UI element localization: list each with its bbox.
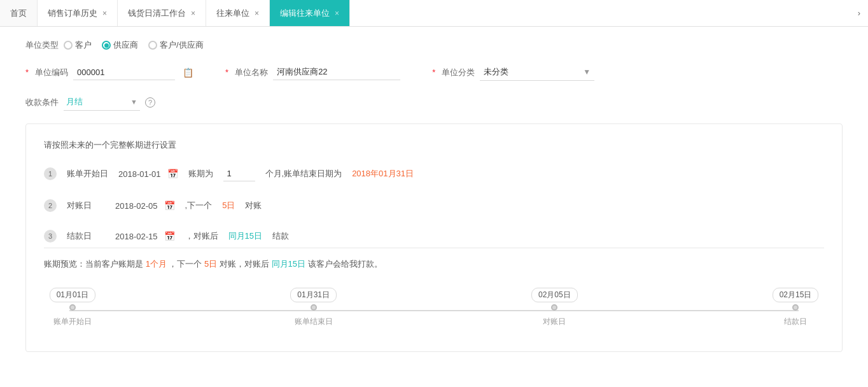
payment-terms-arrow-icon: ▼ xyxy=(130,98,137,106)
unit-category-arrow-icon: ▼ xyxy=(583,67,591,76)
preview-part2: 5日 xyxy=(204,259,217,269)
billing-row-2-date-field: 2018-02-05 📅 xyxy=(115,201,175,211)
billing-period-input[interactable] xyxy=(223,166,255,181)
tab-cashier-workbench-label: 钱货日清工作台 xyxy=(128,8,186,19)
billing-row-2-cal-icon[interactable]: 📅 xyxy=(164,201,175,211)
billing-row-1-date-field: 2018-01-01 📅 xyxy=(118,169,178,179)
timeline-point-4: 02月15日 结款日 xyxy=(792,304,799,311)
radio-cs-label: 客户/供应商 xyxy=(160,39,204,51)
payment-terms-value: 月结 xyxy=(66,96,128,108)
timeline-badge-4: 02月15日 xyxy=(773,288,819,302)
timeline-point-1: 01月01日 账单开始日 xyxy=(69,304,76,311)
payment-terms-group: 收款条件 月结 ▼ ? xyxy=(25,94,155,111)
radio-customer-circle xyxy=(64,41,73,50)
tab-partner-units[interactable]: 往来单位 × xyxy=(206,0,270,26)
billing-row-1-suffix-pre: 账期为 xyxy=(188,168,213,179)
tab-sales-history-label: 销售订单历史 xyxy=(48,8,97,19)
unit-code-star: * xyxy=(25,67,29,77)
timeline-sub-1: 账单开始日 xyxy=(53,316,92,327)
unit-name-input[interactable] xyxy=(273,65,400,80)
tab-cashier-workbench[interactable]: 钱货日清工作台 × xyxy=(118,0,206,26)
billing-row-2: 2 对账日 2018-02-05 📅 ,下一个 5日 对账 xyxy=(44,199,824,212)
timeline-dot-4 xyxy=(792,304,799,311)
tab-sales-history-close[interactable]: × xyxy=(102,9,107,18)
billing-row-2-highlight: 5日 xyxy=(222,200,235,211)
payment-terms-row: 收款条件 月结 ▼ ? xyxy=(25,94,843,111)
tab-home[interactable]: 首页 xyxy=(0,0,38,26)
preview-section: 账期预览：当前客户账期是 1个月 ，下一个 5日 对账，对账后 同月15日 该客… xyxy=(44,248,824,270)
tab-partner-units-label: 往来单位 xyxy=(216,8,249,19)
radio-cs-circle xyxy=(148,41,157,50)
unit-type-row: 单位类型 客户 供应商 客户/供应商 xyxy=(25,39,843,51)
unit-code-group: * 单位编码 📋 xyxy=(25,65,193,80)
timeline-sub-4: 结款日 xyxy=(784,316,807,327)
tab-sales-history[interactable]: 销售订单历史 × xyxy=(38,0,118,26)
radio-supplier-label: 供应商 xyxy=(113,39,138,51)
unit-category-group: * 单位分类 未分类 ▼ xyxy=(432,64,594,81)
unit-type-group: 单位类型 客户 供应商 客户/供应商 xyxy=(25,39,204,51)
timeline-sub-3: 对账日 xyxy=(543,316,566,327)
timeline-dot-1 xyxy=(69,304,76,311)
billing-row-2-num: 2 xyxy=(44,199,57,212)
preview-part3: 同月15日 xyxy=(272,259,305,269)
timeline-point-2: 01月31日 账单结束日 xyxy=(311,304,317,311)
radio-customer[interactable]: 客户 xyxy=(64,39,92,51)
preview-mid2: 对账，对账后 xyxy=(220,259,269,269)
tab-home-label: 首页 xyxy=(10,8,27,19)
radio-customer-supplier[interactable]: 客户/供应商 xyxy=(148,39,204,51)
unit-code-icon[interactable]: 📋 xyxy=(183,67,193,78)
billing-row-1-num: 1 xyxy=(44,167,57,180)
unit-type-label: 单位类型 xyxy=(25,39,59,51)
billing-row-3-desc-post: 结款 xyxy=(272,230,289,242)
billing-row-3-date-field: 2018-02-15 📅 xyxy=(115,231,175,241)
tab-partner-units-close[interactable]: × xyxy=(255,9,259,18)
tab-bar: 首页 销售订单历史 × 钱货日清工作台 × 往来单位 × 编辑往来单位 × › xyxy=(0,0,868,27)
timeline-sub-2: 账单结束日 xyxy=(295,316,333,327)
billing-row-2-desc-pre: ,下一个 xyxy=(185,200,213,211)
billing-row-1: 1 账单开始日 2018-01-01 📅 账期为 个月,账单结束日期为 2018… xyxy=(44,166,824,181)
unit-type-radio-group: 客户 供应商 客户/供应商 xyxy=(64,39,204,51)
timeline-dot-3 xyxy=(551,304,557,311)
payment-terms-select[interactable]: 月结 ▼ xyxy=(64,94,140,111)
tab-edit-partner-close[interactable]: × xyxy=(335,9,339,18)
billing-row-1-label: 账单开始日 xyxy=(67,168,108,179)
payment-terms-help-icon[interactable]: ? xyxy=(145,97,155,108)
unit-category-star: * xyxy=(432,67,435,77)
unit-detail-row: * 单位编码 📋 * 单位名称 * 单位分类 未分类 ▼ xyxy=(25,64,843,81)
timeline-section: 01月01日 账单开始日 01月31日 账单结束日 02月05日 对账日 xyxy=(44,285,824,336)
billing-row-3: 3 结款日 2018-02-15 📅 ，对账后 同月15日 结款 xyxy=(44,230,824,243)
tab-more-button[interactable]: › xyxy=(850,0,868,26)
billing-row-3-cal-icon[interactable]: 📅 xyxy=(164,231,175,241)
preview-label: 账期预览：当前客户账期是 xyxy=(44,259,143,269)
billing-row-3-date: 2018-02-15 xyxy=(115,232,158,241)
billing-row-1-suffix-post: 个月,账单结束日期为 xyxy=(265,168,342,179)
radio-supplier[interactable]: 供应商 xyxy=(102,39,138,51)
billing-section: 请按照未来的一个完整帐期进行设置 1 账单开始日 2018-01-01 📅 账期… xyxy=(25,123,843,352)
preview-mid1: ，下一个 xyxy=(169,259,202,269)
billing-row-2-desc-post: 对账 xyxy=(245,200,262,211)
unit-name-group: * 单位名称 xyxy=(225,65,400,80)
billing-row-3-desc-pre: ，对账后 xyxy=(185,230,218,242)
timeline-badge-3: 02月05日 xyxy=(531,288,578,302)
timeline-dot-2 xyxy=(311,304,317,311)
unit-name-label: 单位名称 xyxy=(235,67,268,78)
payment-terms-label: 收款条件 xyxy=(25,97,59,108)
tab-cashier-workbench-close[interactable]: × xyxy=(191,9,195,18)
tab-edit-partner[interactable]: 编辑往来单位 × xyxy=(270,0,350,26)
billing-row-2-label: 对账日 xyxy=(67,200,105,211)
main-content: 单位类型 客户 供应商 客户/供应商 * 单位编码 xyxy=(0,27,868,387)
unit-category-label: 单位分类 xyxy=(442,67,475,78)
unit-category-dropdown[interactable]: 未分类 ▼ xyxy=(480,64,594,81)
billing-row-3-num: 3 xyxy=(44,230,57,243)
tab-edit-partner-label: 编辑往来单位 xyxy=(280,8,330,19)
preview-suffix: 该客户会给我打款。 xyxy=(308,259,382,269)
unit-code-input[interactable] xyxy=(73,65,175,80)
timeline-badge-1: 01月01日 xyxy=(50,288,96,302)
unit-category-value: 未分类 xyxy=(484,66,578,78)
billing-row-1-cal-icon[interactable]: 📅 xyxy=(167,169,178,179)
billing-row-3-label: 结款日 xyxy=(67,230,105,242)
timeline-container: 01月01日 账单开始日 01月31日 账单结束日 02月05日 对账日 xyxy=(57,285,811,336)
billing-row-1-end-date: 2018年01月31日 xyxy=(352,168,414,179)
billing-row-3-highlight: 同月15日 xyxy=(228,230,262,242)
radio-supplier-circle xyxy=(102,41,111,50)
